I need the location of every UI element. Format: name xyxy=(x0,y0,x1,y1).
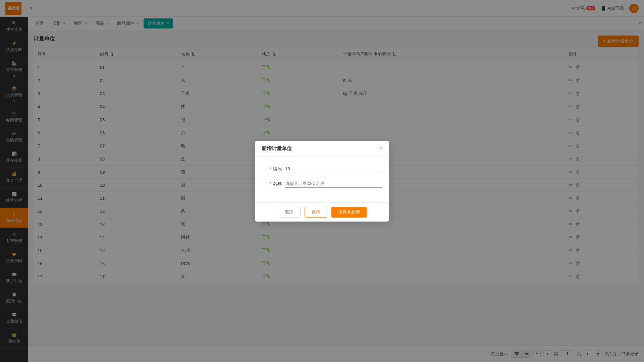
modal-body: * 编码 * 名称 xyxy=(255,157,389,202)
save-button[interactable]: 保存 xyxy=(305,207,327,218)
modal-close-button[interactable]: × xyxy=(379,146,382,151)
form-row-code: * 编码 xyxy=(262,165,382,173)
modal-title: 新增计量单位 xyxy=(262,145,292,152)
form-row-name: * 名称 xyxy=(262,180,382,188)
name-label: * 名称 xyxy=(262,181,282,187)
save-and-add-button[interactable]: 保存并新增 xyxy=(331,207,367,218)
required-mark2: * xyxy=(269,181,271,186)
modal-footer: 取消 保存 保存并新增 xyxy=(255,202,389,222)
required-mark: * xyxy=(269,166,271,171)
cancel-button[interactable]: 取消 xyxy=(278,207,301,218)
name-input[interactable] xyxy=(285,180,382,188)
modal-header: 新增计量单位 × xyxy=(255,141,389,157)
modal-overlay[interactable]: 新增计量单位 × * 编码 * 名称 取消 保存 保存并新增 xyxy=(0,0,644,362)
code-label: * 编码 xyxy=(262,166,282,172)
add-unit-modal: 新增计量单位 × * 编码 * 名称 取消 保存 保存并新增 xyxy=(255,141,389,222)
code-input[interactable] xyxy=(285,165,382,173)
